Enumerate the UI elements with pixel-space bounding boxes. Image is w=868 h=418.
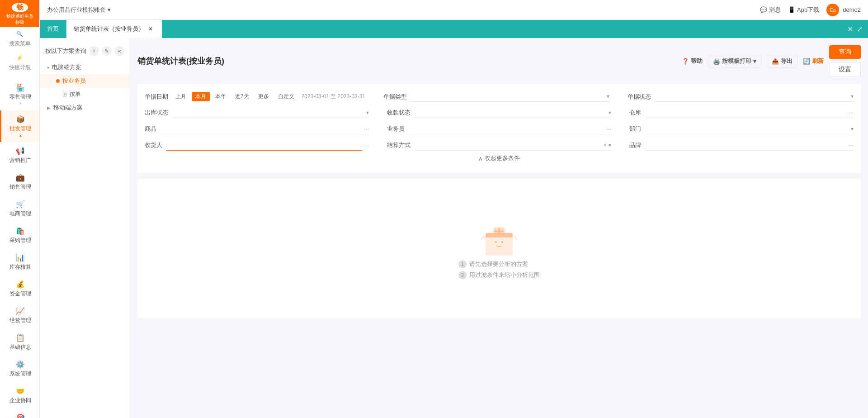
sidebar-item-enterprise[interactable]: 🤝 企业协同 [0, 382, 39, 409]
pc-section-label: 电脑端方案 [52, 63, 81, 71]
page-title-actions: ❓ 帮助 🖨️ 按模板打印 ▾ 📤 导出 🔄 刷新 [682, 45, 861, 77]
goods-select[interactable]: ··· [160, 124, 369, 134]
tab-close-all-button[interactable]: ✕ [847, 25, 853, 33]
date-tab-more[interactable]: 更多 [255, 92, 273, 101]
date-tab-last-month[interactable]: 上月 [172, 92, 190, 101]
retail-arrow: ▾ [19, 101, 22, 106]
refresh-icon: 🔄 [803, 58, 810, 65]
sidebar-search[interactable]: 🔍 搜索菜单 [4, 27, 36, 51]
doc-type-label: 单据类型 [383, 93, 407, 101]
warehouse-select[interactable]: ··· [645, 107, 854, 118]
date-tab-this-month[interactable]: 本月 [192, 92, 210, 101]
date-tab-custom[interactable]: 自定义 [274, 92, 298, 101]
filter-goods-item: 商品 ··· [145, 124, 369, 134]
message-icon: 💬 [760, 6, 767, 13]
app-name: 畅捷通好生意 标版 [6, 13, 33, 25]
sidebar-item-operations[interactable]: 📈 经营管理 [0, 302, 39, 329]
sidebar-item-marketing[interactable]: 📢 营销推广 [0, 142, 39, 169]
user-menu[interactable]: Ea demo2 [826, 4, 861, 16]
sidebar-item-newbie[interactable]: 🎯 新手引导 [0, 409, 39, 418]
doc-type-select[interactable]: ▾ [410, 91, 609, 102]
filter-brand-item: 品牌 ··· [629, 140, 854, 151]
filter-row-1: 单据日期 上月 本月 本年 近7天 更多 自定义 2023-03-01 至 20… [145, 91, 854, 102]
message-button[interactable]: 💬 消息 [760, 6, 781, 14]
tabbar: 首页 销货单统计表（按业务员） ✕ ✕ ⤢ [40, 20, 868, 38]
tree-mobile-section[interactable]: ▶ 移动端方案 [40, 101, 130, 114]
sidebar-item-purchase[interactable]: 🛍️ 采购管理 [0, 222, 39, 249]
settings-button[interactable]: 设置 [829, 62, 861, 77]
tab-sales-stat[interactable]: 销货单统计表（按业务员） ✕ [66, 20, 162, 38]
goods-dots[interactable]: ··· [364, 125, 369, 132]
department-label: 部门 [629, 125, 641, 133]
left-panel-title: 按以下方案查询 [45, 47, 86, 55]
mobile-section-label: 移动端方案 [53, 104, 83, 112]
help-button[interactable]: ❓ 帮助 [682, 57, 703, 65]
tree-item-by-salesperson[interactable]: 按业务员 [40, 74, 130, 88]
app-logo[interactable]: 畅 畅捷通好生意 标版 [0, 0, 39, 27]
sidebar-item-wholesale[interactable]: 📦 批发管理 ▴ [0, 110, 39, 142]
pc-chevron: ▾ [47, 65, 49, 70]
sidebar-quick-nav[interactable]: ⚡ 快捷导航 [4, 51, 36, 75]
sidebar-item-ecommerce[interactable]: 🛒 电商管理 [0, 195, 39, 222]
salesperson-select[interactable]: ··· [408, 124, 611, 134]
query-button[interactable]: 查询 [829, 45, 861, 59]
refresh-button[interactable]: 🔄 刷新 [803, 57, 824, 65]
edit-scheme-button[interactable]: ✎ [102, 46, 112, 56]
tab-expand-button[interactable]: ⤢ [857, 25, 863, 33]
receiver-input[interactable] [166, 140, 362, 151]
tab-home[interactable]: 首页 [40, 20, 66, 38]
filter-row-2: 出库状态 ▾ 收款状态 ▾ 仓库 [145, 107, 854, 118]
sidebar-item-finance[interactable]: 💰 资金管理 [0, 276, 39, 302]
app-download-button[interactable]: 📱 App下载 [788, 6, 819, 14]
search-label: 搜索菜单 [9, 40, 31, 48]
tree-item-by-order[interactable]: ⊞ 按单 [40, 88, 130, 101]
warehouse-dots[interactable]: ··· [849, 109, 854, 116]
empty-state: 1 请先选择要分析的方案 2 用过滤条件来缩小分析范围 [146, 188, 852, 309]
tab-sales-stat-label: 销货单统计表（按业务员） [74, 25, 144, 33]
system-icon: ⚙️ [16, 360, 25, 369]
brand-dots[interactable]: ··· [849, 142, 854, 148]
marketing-icon: 📢 [16, 147, 25, 155]
app-download-label: App下载 [797, 6, 819, 14]
doc-status-chevron: ▾ [851, 93, 854, 100]
collapse-panel-button[interactable]: « [114, 46, 124, 56]
salesperson-dot [56, 79, 60, 83]
filter-doc-status-item: 单据状态 ▾ [627, 91, 854, 102]
sidebar-item-sales[interactable]: 💼 销售管理 [0, 169, 39, 195]
sidebar-item-system[interactable]: ⚙️ 系统管理 [0, 356, 39, 382]
filter-date-item: 单据日期 上月 本月 本年 近7天 更多 自定义 2023-03-01 至 20… [145, 92, 365, 101]
department-select[interactable]: ▾ [645, 124, 854, 134]
sidebar-item-retail[interactable]: 🏪 零售管理 ▾ [0, 79, 39, 110]
doc-status-select[interactable]: ▾ [655, 91, 854, 102]
sidebar-item-basic[interactable]: 📋 基础信息 [0, 329, 39, 356]
date-tab-last-7days[interactable]: 近7天 [231, 92, 253, 101]
user-avatar: Ea [826, 4, 839, 16]
quick-nav-label: 快捷导航 [9, 64, 31, 71]
add-scheme-button[interactable]: + [89, 46, 99, 56]
breadcrumb-text: 办公用品行业模拟账套 [47, 6, 106, 14]
export-button[interactable]: 📤 导出 [767, 55, 797, 67]
tree-pc-section[interactable]: ▾ 电脑端方案 [40, 61, 130, 74]
salesperson-dots[interactable]: ··· [606, 125, 611, 132]
print-button[interactable]: 🖨️ 按模板打印 ▾ [708, 55, 761, 67]
sidebar-item-inventory[interactable]: 📊 库存核算 [0, 249, 39, 276]
logo-icon: 畅 [12, 3, 28, 12]
svg-point-5 [495, 241, 497, 243]
filter-card: 单据日期 上月 本月 本年 近7天 更多 自定义 2023-03-01 至 20… [137, 84, 861, 173]
brand-select[interactable]: ··· [645, 140, 854, 151]
basic-icon: 📋 [16, 333, 25, 342]
filter-department-item: 部门 ▾ [629, 124, 854, 134]
breadcrumb-dropdown[interactable]: 办公用品行业模拟账套 ▾ [47, 6, 111, 14]
settlement-select[interactable]: × ▾ [414, 140, 611, 151]
payment-status-select[interactable]: ▾ [414, 108, 611, 118]
settlement-clear-button[interactable]: × [604, 142, 607, 148]
operations-icon: 📈 [16, 307, 25, 315]
doc-status-label: 单据状态 [627, 93, 651, 101]
ecommerce-icon: 🛒 [16, 200, 25, 209]
receiver-dots[interactable]: ··· [364, 142, 369, 149]
app-download-icon: 📱 [788, 6, 795, 13]
date-tab-this-year[interactable]: 本年 [212, 92, 230, 101]
collapse-filters-button[interactable]: ∧ 收起更多条件 [145, 151, 854, 166]
tab-close-button[interactable]: ✕ [147, 25, 154, 33]
out-status-select[interactable]: ▾ [172, 108, 369, 118]
